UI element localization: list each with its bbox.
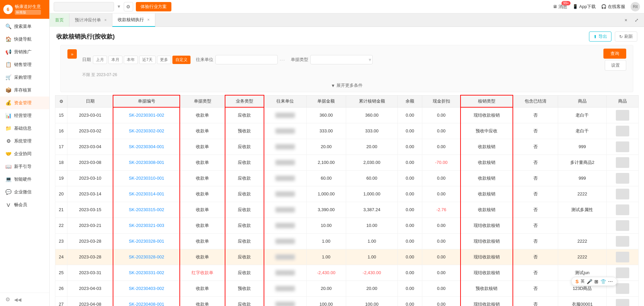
- th-doc-type[interactable]: 单据类型: [180, 95, 225, 107]
- ime-shirt[interactable]: 👕: [600, 279, 606, 284]
- date-btn-last-month[interactable]: 上月: [93, 56, 107, 64]
- doc-no-link[interactable]: SK-20230314-001: [129, 191, 164, 196]
- system-label: 系统管理: [14, 138, 32, 144]
- doc-no-link[interactable]: SK-20230408-001: [129, 302, 164, 306]
- th-doc-no[interactable]: 单据编号: [113, 95, 179, 107]
- doctype-dropdown-arrow: ▼: [368, 57, 372, 62]
- operations-label: 经营管理: [14, 113, 32, 119]
- partner-filter-input[interactable]: [215, 55, 278, 64]
- ime-mic[interactable]: 🎤: [587, 279, 592, 284]
- cell-no: 25: [55, 265, 67, 281]
- doc-no-link[interactable]: SK-20230301-002: [129, 113, 164, 118]
- doc-no-link[interactable]: SK-20230321-003: [129, 223, 164, 228]
- sidebar-item-sales[interactable]: 📋 销售管理: [0, 58, 49, 71]
- doc-no-link[interactable]: SK-20230331-002: [129, 270, 164, 275]
- export-btn[interactable]: ⬆ 导出: [589, 32, 611, 42]
- receivable-cancel-tab-close[interactable]: ×: [147, 17, 150, 22]
- sidebar-item-operations[interactable]: 📊 经营管理: [0, 109, 49, 122]
- doc-no-link[interactable]: SK-20230308-001: [129, 160, 164, 165]
- expand-more-conditions-btn[interactable]: ▼ 展开更多条件: [331, 82, 363, 88]
- doctype-filter-select[interactable]: [310, 55, 373, 64]
- system-icon: ⚙: [5, 138, 11, 144]
- ime-grid[interactable]: ⊞: [594, 279, 598, 284]
- doc-no-link[interactable]: SK-20230328-002: [129, 254, 164, 259]
- th-amount[interactable]: 单据金额: [306, 95, 346, 107]
- cell-product: 2222: [558, 186, 606, 202]
- filter-collapse-btn[interactable]: »: [67, 49, 77, 59]
- messages-btn[interactable]: 🖥 消息 99+: [553, 4, 567, 10]
- sidebar-footer: ⚙ ◀◀: [0, 293, 49, 306]
- date-btn-this-month[interactable]: 本月: [108, 56, 122, 64]
- cell-balance: 0.00: [398, 296, 422, 306]
- tab-expand-btn[interactable]: ⤢: [632, 15, 641, 25]
- sidebar-item-finance[interactable]: 💰 资金管理: [0, 97, 49, 109]
- th-include-cleared[interactable]: 包含已结清: [513, 95, 558, 107]
- sidebar-item-guide[interactable]: 📖 新手引导: [0, 160, 49, 173]
- prepay-tab-close[interactable]: ×: [104, 18, 107, 22]
- th-product[interactable]: 商品: [558, 95, 606, 107]
- cell-doc-no: SK-20230408-001: [113, 296, 179, 306]
- query-btn[interactable]: 查询: [603, 49, 626, 59]
- th-date[interactable]: 日期: [67, 95, 113, 107]
- user-avatar[interactable]: Rit: [631, 2, 640, 11]
- cell-cancel-type: 现结收款核销: [461, 249, 513, 265]
- sidebar-item-search[interactable]: 🔍 搜索菜单: [0, 20, 49, 33]
- cell-biz-type: 预收款: [225, 281, 264, 296]
- sidebar-item-member[interactable]: V 畅会员: [0, 198, 49, 211]
- solution-btn[interactable]: 体验行业方案: [136, 2, 171, 11]
- sidebar-item-purchase[interactable]: 🛒 采购管理: [0, 71, 49, 84]
- filter-settings-btn[interactable]: 设置: [605, 60, 626, 71]
- sidebar-item-inventory[interactable]: 📦 库存核算: [0, 84, 49, 97]
- collapse-icon[interactable]: ◀◀: [14, 297, 21, 302]
- tab-prepay[interactable]: 预计冲应付单 ×: [69, 13, 112, 27]
- cell-cancel-amount: -2,430.00: [346, 265, 398, 281]
- ime-more[interactable]: ⋯: [608, 279, 613, 284]
- doc-no-link[interactable]: SK-20230302-002: [129, 128, 164, 133]
- sidebar-item-system[interactable]: ⚙ 系统管理: [0, 135, 49, 147]
- date-btn-more[interactable]: 更多: [157, 56, 171, 64]
- table-row: 24 2023-03-28 SK-20230328-002 收款单 应收款 ██…: [55, 249, 639, 265]
- topbar-search-input[interactable]: [54, 2, 114, 11]
- th-product2[interactable]: 商品: [606, 95, 638, 107]
- doc-no-link[interactable]: SK-20230310-001: [129, 176, 164, 181]
- cell-cash-discount: 0.00: [422, 107, 461, 123]
- topbar-gear-btn[interactable]: ⚙: [124, 2, 133, 11]
- doc-no-link[interactable]: SK-20230403-002: [129, 286, 164, 291]
- sidebar-item-marketing[interactable]: 📢 营销推广: [0, 46, 49, 58]
- doc-no-link[interactable]: SK-20230315-002: [129, 207, 164, 212]
- th-cancel-type[interactable]: 核销类型: [461, 95, 513, 107]
- tab-receivable-cancel[interactable]: 收款核销执行 ×: [112, 13, 155, 27]
- cell-balance: 0.00: [398, 155, 422, 170]
- table-row: 23 2023-03-28 SK-20230328-001 收款单 应收款 ██…: [55, 233, 639, 249]
- sidebar-item-quick-nav[interactable]: 🏠 快捷导航: [0, 33, 49, 46]
- tab-home[interactable]: 首页: [50, 13, 69, 27]
- cell-no: 20: [55, 186, 67, 202]
- th-partner[interactable]: 往来单位: [264, 95, 307, 107]
- th-cash-discount[interactable]: 现金折扣: [422, 95, 461, 107]
- cell-balance: 0.00: [398, 123, 422, 139]
- date-btn-custom[interactable]: 自定义: [172, 56, 191, 64]
- th-biz-type[interactable]: 业务类型: [225, 95, 264, 107]
- cell-partner: ██████: [264, 107, 307, 123]
- th-settings[interactable]: ⚙: [55, 95, 67, 107]
- sidebar-item-enterprise[interactable]: 🤝 企业协同: [0, 147, 49, 160]
- settings-icon[interactable]: ⚙: [5, 296, 10, 303]
- sidebar-item-hardware[interactable]: 💻 智能硬件: [0, 173, 49, 186]
- date-btn-this-year[interactable]: 本年: [124, 56, 138, 64]
- sidebar-item-wechat[interactable]: 💬 企业微信: [0, 186, 49, 198]
- th-cancel-amount[interactable]: 累计核销金额: [346, 95, 398, 107]
- sidebar-item-basic-info[interactable]: 📁 基础信息: [0, 122, 49, 135]
- finance-icon: 💰: [5, 100, 11, 106]
- tab-close-all-btn[interactable]: ×: [621, 15, 631, 25]
- ime-text: 英: [581, 279, 585, 284]
- refresh-btn[interactable]: ↻ 刷新: [615, 32, 637, 42]
- doc-no-link[interactable]: SK-20230328-001: [129, 239, 164, 244]
- cell-biz-type: 预收款: [225, 123, 264, 139]
- app-download-btn[interactable]: 📱 App下载: [573, 4, 596, 10]
- topbar-dropdown-arrow[interactable]: ▼: [117, 4, 121, 9]
- th-balance[interactable]: 余额: [398, 95, 422, 107]
- online-service-btn[interactable]: 🎧 在线客服: [601, 4, 625, 10]
- cell-partner: ██████: [264, 265, 307, 281]
- date-btn-7days[interactable]: 近7天: [139, 56, 156, 64]
- doc-no-link[interactable]: SK-20230304-001: [129, 144, 164, 149]
